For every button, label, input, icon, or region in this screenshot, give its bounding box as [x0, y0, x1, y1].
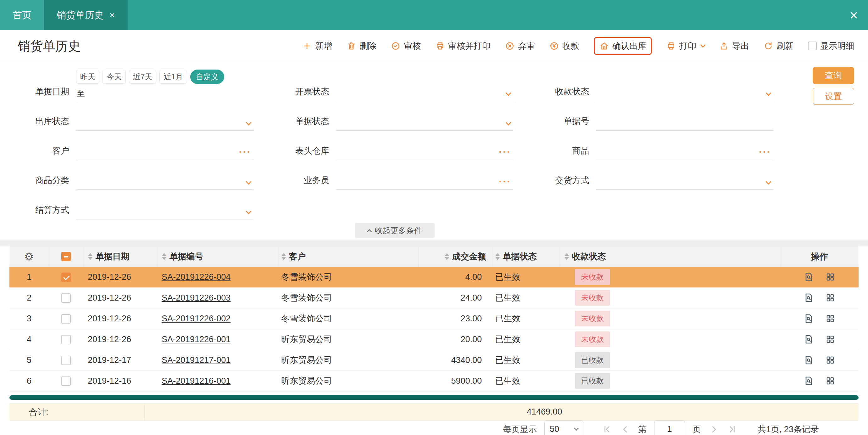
collapse-conditions-button[interactable]: 收起更多条件 — [355, 223, 435, 238]
more-actions-grid-icon[interactable] — [826, 314, 835, 323]
ellipsis-picker-icon[interactable]: ··· — [499, 147, 511, 157]
per-page-select[interactable]: 50 — [545, 420, 583, 435]
document-number-link[interactable]: SA-20191226-004 — [162, 272, 230, 282]
view-detail-icon[interactable] — [804, 314, 814, 324]
more-actions-grid-icon[interactable] — [826, 272, 835, 282]
row-index: 6 — [9, 371, 49, 391]
ellipsis-picker-icon[interactable]: ··· — [499, 176, 511, 187]
view-detail-icon[interactable] — [804, 272, 814, 282]
filter-input[interactable]: ··· — [336, 173, 514, 190]
view-detail-icon[interactable] — [804, 355, 814, 365]
document-number-link[interactable]: SA-20191226-001 — [162, 335, 230, 344]
ellipsis-picker-icon[interactable]: ··· — [759, 147, 771, 157]
date-quick-button[interactable]: 今天 — [102, 70, 126, 84]
tab-close-icon[interactable]: × — [110, 10, 115, 21]
tab-sales-history[interactable]: 销货单历史 × — [44, 0, 128, 30]
more-actions-grid-icon[interactable] — [826, 335, 835, 344]
more-actions-grid-icon[interactable] — [826, 376, 835, 385]
view-detail-icon[interactable] — [804, 376, 814, 386]
tab-home-label: 首页 — [12, 9, 31, 22]
settings-button[interactable]: 设置 — [813, 88, 854, 105]
view-detail-icon[interactable] — [804, 334, 814, 344]
document-number-link[interactable]: SA-20191226-002 — [162, 314, 230, 323]
filter-input[interactable] — [336, 84, 514, 101]
toolbar-button-show-detail[interactable]: 显示明细 — [808, 40, 854, 52]
filter-input[interactable] — [596, 114, 774, 130]
table-row[interactable]: 32019-12-26SA-20191226-002冬雪装饰公司23.00已生效… — [9, 308, 859, 329]
cell-amount: 4340.00 — [418, 350, 491, 371]
sort-icon[interactable] — [162, 253, 166, 260]
filter-input[interactable]: ··· — [596, 143, 774, 160]
next-page-icon[interactable] — [709, 424, 719, 435]
row-checkbox[interactable] — [61, 376, 71, 386]
toolbar-button-auditPrint[interactable]: 审核并打印 — [435, 40, 491, 52]
toolbar-button-confirmOut[interactable]: 确认出库 — [594, 37, 652, 55]
document-number-link[interactable]: SA-20191216-001 — [162, 376, 230, 385]
tabbar-spacer — [128, 0, 840, 30]
filter-input[interactable] — [76, 114, 254, 130]
row-checkbox[interactable] — [61, 356, 71, 365]
table-row[interactable]: 42019-12-26SA-20191226-001昕东贸易公司20.00已生效… — [9, 329, 859, 350]
toolbar-button-audit[interactable]: 审核 — [391, 40, 421, 52]
last-page-icon[interactable] — [727, 424, 738, 435]
table-settings-gear-icon[interactable]: ⚙ — [24, 251, 34, 262]
filter-input[interactable] — [596, 173, 774, 190]
prev-page-icon[interactable] — [620, 424, 630, 435]
row-checkbox[interactable] — [61, 335, 71, 344]
column-header: 成交金额 — [452, 251, 486, 262]
payment-status-badge: 已收款 — [575, 373, 610, 389]
sort-icon[interactable] — [564, 253, 569, 260]
sort-icon[interactable] — [88, 253, 92, 260]
select-all-checkbox[interactable] — [61, 252, 71, 261]
toolbar-button-collect[interactable]: 收款 — [550, 40, 579, 52]
ellipsis-picker-icon[interactable]: ··· — [239, 147, 251, 157]
toolbar-button-refresh[interactable]: 刷新 — [764, 40, 794, 52]
query-button[interactable]: 查询 — [813, 67, 854, 84]
close-all-tabs-icon[interactable]: × — [839, 0, 868, 30]
payment-status-badge: 未收款 — [575, 311, 610, 326]
filter-input[interactable]: ··· — [336, 143, 514, 160]
document-number-link[interactable]: SA-20191217-001 — [162, 355, 230, 365]
toolbar-button-trash[interactable]: 删除 — [347, 40, 376, 52]
panel-gap — [0, 239, 868, 246]
date-range-input[interactable]: 至 — [76, 86, 254, 101]
page-prefix-label: 第 — [638, 424, 647, 435]
row-checkbox[interactable] — [61, 293, 71, 303]
toolbar-button-print[interactable]: 打印 — [666, 40, 705, 52]
more-actions-grid-icon[interactable] — [826, 293, 835, 302]
sort-icon[interactable] — [445, 253, 449, 260]
tab-home[interactable]: 首页 — [0, 0, 44, 30]
show-detail-checkbox[interactable] — [808, 41, 817, 50]
row-checkbox[interactable] — [61, 272, 71, 282]
view-detail-icon[interactable] — [804, 293, 814, 303]
first-page-icon[interactable] — [601, 424, 612, 435]
filter-field: 开票状态 — [276, 84, 514, 103]
table-row[interactable]: 52019-12-17SA-20191217-001昕东贸易公司4340.00已… — [9, 350, 859, 371]
toolbar-button-abandon[interactable]: 弃审 — [505, 40, 535, 52]
more-actions-grid-icon[interactable] — [826, 355, 835, 365]
abandon-icon — [505, 41, 515, 51]
sort-icon[interactable] — [281, 253, 286, 260]
horizontal-scrollbar[interactable] — [9, 395, 859, 400]
chevron-down-icon — [506, 90, 512, 96]
filter-input[interactable] — [596, 84, 774, 101]
row-index: 2 — [9, 287, 49, 308]
toolbar-button-export[interactable]: 导出 — [719, 40, 749, 52]
toolbar-button-plus[interactable]: 新增 — [302, 40, 332, 52]
document-number-link[interactable]: SA-20191226-003 — [162, 293, 230, 302]
date-custom-button[interactable]: 自定义 — [190, 69, 224, 84]
date-quick-button[interactable]: 昨天 — [76, 70, 99, 84]
table-row[interactable]: 12019-12-26SA-20191226-004冬雪装饰公司4.00已生效未… — [9, 267, 859, 287]
page-number-input[interactable] — [654, 420, 685, 435]
filter-input[interactable] — [336, 114, 514, 130]
row-checkbox[interactable] — [61, 314, 71, 324]
filter-input[interactable] — [76, 202, 254, 220]
date-quick-button[interactable]: 近7天 — [129, 70, 156, 84]
table-header-row: ⚙单据日期单据编号客户成交金额单据状态收款状态操作 — [9, 246, 859, 267]
filter-input[interactable] — [76, 173, 254, 190]
sort-icon[interactable] — [495, 253, 500, 260]
table-row[interactable]: 62019-12-16SA-20191216-001昕东贸易公司5900.00已… — [9, 371, 859, 391]
filter-input[interactable]: ··· — [76, 143, 254, 160]
date-quick-button[interactable]: 近1月 — [159, 70, 187, 84]
table-row[interactable]: 22019-12-26SA-20191226-003冬雪装饰公司24.00已生效… — [9, 287, 859, 308]
